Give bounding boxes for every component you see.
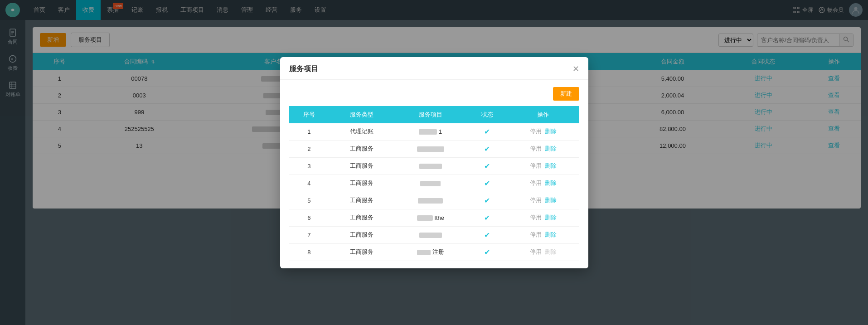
list-item: 1 代理记账 1 ✔ 停用 删除 [289, 123, 579, 141]
cell-mtype: 工商服务 [329, 243, 394, 261]
cell-mid: 4 [289, 175, 330, 192]
delete-btn[interactable]: 删除 [545, 179, 557, 186]
cell-mitem: 注册 [394, 243, 467, 261]
list-item: 4 工商服务 ✔ 停用 删除 [289, 175, 579, 192]
delete-btn[interactable]: 删除 [545, 145, 557, 152]
stop-btn[interactable]: 停用 [530, 162, 542, 169]
cell-mid: 5 [289, 192, 330, 209]
cell-mitem [394, 157, 467, 175]
cell-maction: 停用 删除 [507, 243, 579, 261]
stop-btn[interactable]: 停用 [530, 214, 542, 221]
list-item: 2 工商服务 ✔ 停用 删除 [289, 140, 579, 157]
delete-btn[interactable]: 删除 [545, 231, 557, 238]
mth-item: 服务项目 [394, 106, 467, 123]
cell-mitem [394, 226, 467, 243]
cell-maction: 停用 删除 [507, 226, 579, 243]
check-icon: ✔ [484, 231, 490, 239]
cell-mitem: Ithe [394, 209, 467, 226]
cell-mitem [394, 140, 467, 157]
delete-btn[interactable]: 删除 [545, 197, 557, 204]
cell-maction: 停用 删除 [507, 123, 579, 141]
delete-btn[interactable]: 删除 [545, 214, 557, 221]
stop-btn[interactable]: 停用 [530, 179, 542, 186]
cell-mtype: 代理记账 [329, 123, 394, 141]
list-item: 8 工商服务 注册 ✔ 停用 删除 [289, 243, 579, 261]
modal-header: 服务项目 ✕ [280, 57, 588, 80]
modal-new-btn[interactable]: 新建 [553, 87, 579, 101]
cell-mtype: 工商服务 [329, 209, 394, 226]
cell-mstatus: ✔ [467, 123, 507, 141]
modal-toolbar: 新建 [289, 87, 579, 101]
modal-table-body: 1 代理记账 1 ✔ 停用 删除 2 工商服务 [289, 123, 579, 261]
cell-mitem [394, 192, 467, 209]
cell-mitem: 1 [394, 123, 467, 141]
cell-mtype: 工商服务 [329, 192, 394, 209]
delete-btn[interactable]: 删除 [545, 162, 557, 169]
modal-title: 服务项目 [289, 64, 318, 74]
stop-btn[interactable]: 停用 [530, 231, 542, 238]
list-item: 6 工商服务 Ithe ✔ 停用 删除 [289, 209, 579, 226]
cell-maction: 停用 删除 [507, 175, 579, 192]
list-item: 3 工商服务 ✔ 停用 删除 [289, 157, 579, 175]
mth-status: 状态 [467, 106, 507, 123]
stop-btn[interactable]: 停用 [530, 145, 542, 152]
service-modal: 服务项目 ✕ 新建 序号 服务类型 服务项目 状态 操作 [280, 57, 588, 268]
cell-maction: 停用 删除 [507, 209, 579, 226]
check-icon: ✔ [484, 248, 490, 256]
list-item: 7 工商服务 ✔ 停用 删除 [289, 226, 579, 243]
delete-btn[interactable]: 删除 [545, 128, 557, 135]
check-icon: ✔ [484, 179, 490, 187]
modal-table-header: 序号 服务类型 服务项目 状态 操作 [289, 106, 579, 123]
cell-mid: 8 [289, 243, 330, 261]
cell-maction: 停用 删除 [507, 192, 579, 209]
cell-mtype: 工商服务 [329, 175, 394, 192]
mth-type: 服务类型 [329, 106, 394, 123]
cell-mid: 6 [289, 209, 330, 226]
cell-mstatus: ✔ [467, 209, 507, 226]
stop-btn[interactable]: 停用 [530, 197, 542, 204]
stop-btn[interactable]: 停用 [530, 248, 542, 255]
cell-mtype: 工商服务 [329, 226, 394, 243]
stop-btn[interactable]: 停用 [530, 128, 542, 135]
cell-mid: 3 [289, 157, 330, 175]
check-icon: ✔ [484, 145, 490, 153]
cell-mstatus: ✔ [467, 157, 507, 175]
cell-mid: 7 [289, 226, 330, 243]
modal-scroll-wrap: 序号 服务类型 服务项目 状态 操作 1 代理记账 1 ✔ [289, 106, 579, 261]
cell-mtype: 工商服务 [329, 157, 394, 175]
mth-index: 序号 [289, 106, 330, 123]
cell-maction: 停用 删除 [507, 157, 579, 175]
delete-btn[interactable]: 删除 [545, 248, 557, 255]
modal-overlay: 服务项目 ✕ 新建 序号 服务类型 服务项目 状态 操作 [0, 0, 868, 325]
cell-maction: 停用 删除 [507, 140, 579, 157]
cell-mstatus: ✔ [467, 175, 507, 192]
check-icon: ✔ [484, 214, 490, 222]
cell-mstatus: ✔ [467, 243, 507, 261]
cell-mstatus: ✔ [467, 226, 507, 243]
cell-mid: 1 [289, 123, 330, 141]
list-item: 5 工商服务 ✔ 停用 删除 [289, 192, 579, 209]
modal-body: 新建 序号 服务类型 服务项目 状态 操作 [280, 80, 588, 268]
check-icon: ✔ [484, 162, 490, 170]
cell-mitem [394, 175, 467, 192]
cell-mstatus: ✔ [467, 192, 507, 209]
modal-close-btn[interactable]: ✕ [572, 65, 579, 73]
check-icon: ✔ [484, 128, 490, 136]
cell-mtype: 工商服务 [329, 140, 394, 157]
cell-mid: 2 [289, 140, 330, 157]
cell-mstatus: ✔ [467, 140, 507, 157]
service-table: 序号 服务类型 服务项目 状态 操作 1 代理记账 1 ✔ [289, 106, 579, 261]
check-icon: ✔ [484, 197, 490, 204]
mth-action: 操作 [507, 106, 579, 123]
